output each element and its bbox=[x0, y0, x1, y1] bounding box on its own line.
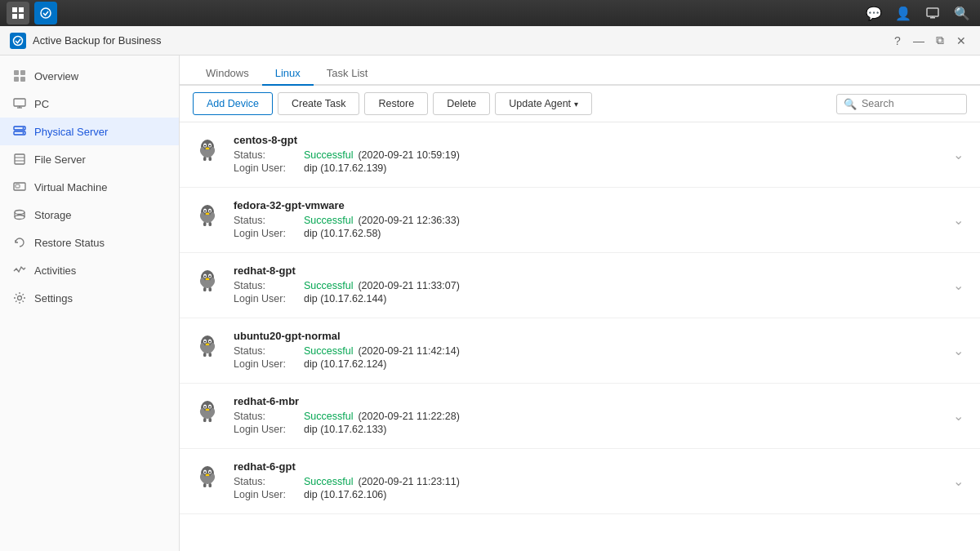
svg-rect-20 bbox=[15, 154, 24, 164]
app-icon bbox=[10, 33, 26, 49]
svg-point-89 bbox=[209, 472, 211, 473]
taskbar-app-icon[interactable] bbox=[34, 2, 57, 24]
main-layout: Overview PC bbox=[0, 56, 980, 551]
svg-rect-37 bbox=[203, 157, 207, 161]
sidebar-vm-label: Virtual Machine bbox=[34, 181, 107, 193]
svg-point-8 bbox=[14, 36, 23, 45]
tab-windows[interactable]: Windows bbox=[193, 62, 262, 86]
restore-button[interactable]: Restore bbox=[364, 92, 428, 115]
search-input[interactable] bbox=[862, 98, 960, 109]
sidebar-pc-label: PC bbox=[34, 98, 49, 110]
svg-point-4 bbox=[41, 8, 51, 18]
chevron-down-icon: ▾ bbox=[574, 100, 578, 109]
taskbar-grid-icon[interactable] bbox=[7, 2, 29, 24]
linux-icon-4 bbox=[193, 397, 222, 426]
device-name-3: ubuntu20-gpt-normal bbox=[234, 330, 938, 342]
device-name-0: centos-8-gpt bbox=[234, 134, 938, 146]
sidebar-file-server-label: File Server bbox=[34, 153, 86, 166]
svg-rect-6 bbox=[930, 17, 935, 19]
svg-rect-9 bbox=[14, 70, 19, 75]
update-agent-button[interactable]: Update Agent ▾ bbox=[495, 92, 592, 115]
svg-rect-49 bbox=[209, 222, 212, 226]
vm-icon bbox=[13, 180, 26, 193]
sidebar-item-pc[interactable]: PC bbox=[0, 90, 179, 118]
svg-point-19 bbox=[23, 132, 24, 134]
sidebar-item-physical-server[interactable]: Physical Server bbox=[0, 118, 179, 145]
device-info-4: redhat-6-mbr Status: Successful (2020-09… bbox=[234, 395, 938, 437]
user-icon[interactable]: 👤 bbox=[892, 2, 915, 24]
sidebar-overview-label: Overview bbox=[34, 70, 78, 82]
tab-linux[interactable]: Linux bbox=[262, 62, 314, 86]
svg-point-88 bbox=[204, 472, 206, 473]
delete-button[interactable]: Delete bbox=[433, 92, 490, 115]
svg-rect-92 bbox=[203, 483, 207, 487]
svg-rect-5 bbox=[927, 8, 938, 16]
svg-point-29 bbox=[18, 296, 22, 300]
svg-rect-59 bbox=[203, 287, 207, 291]
sidebar-item-settings[interactable]: Settings bbox=[0, 284, 179, 312]
svg-rect-1 bbox=[19, 7, 24, 12]
linux-icon-3 bbox=[193, 331, 222, 361]
title-bar: Active Backup for Business ? — ⧉ ✕ bbox=[0, 26, 980, 56]
minimize-button[interactable]: — bbox=[910, 32, 928, 50]
svg-point-45 bbox=[209, 211, 211, 212]
device-item-2[interactable]: redhat-8-gpt Status: Successful (2020-09… bbox=[180, 253, 980, 318]
add-device-button[interactable]: Add Device bbox=[193, 92, 273, 115]
svg-point-77 bbox=[204, 407, 206, 408]
device-item[interactable]: centos-8-gpt Status: Successful (2020-09… bbox=[180, 122, 980, 188]
sidebar-item-activities[interactable]: Activities bbox=[0, 256, 179, 284]
server-icon bbox=[13, 125, 26, 138]
activities-icon bbox=[13, 264, 26, 277]
sidebar-restore-label: Restore Status bbox=[34, 237, 105, 249]
tab-task-list[interactable]: Task List bbox=[314, 62, 381, 86]
expand-chevron-3[interactable]: ⌄ bbox=[950, 340, 967, 362]
sidebar-item-overview[interactable]: Overview bbox=[0, 62, 179, 90]
storage-icon bbox=[13, 208, 26, 221]
help-button[interactable]: ? bbox=[889, 32, 906, 50]
screen-icon[interactable] bbox=[921, 2, 944, 24]
status-value-0: Successful bbox=[304, 149, 353, 161]
search-icon: 🔍 bbox=[844, 98, 857, 110]
device-status-row-0: Status: Successful (2020-09-21 10:59:19) bbox=[234, 149, 938, 161]
svg-rect-81 bbox=[203, 418, 207, 422]
svg-rect-11 bbox=[14, 77, 19, 82]
sidebar-storage-label: Storage bbox=[34, 209, 72, 221]
sidebar-item-file-server[interactable]: File Server bbox=[0, 145, 179, 173]
device-info-1: fedora-32-gpt-vmware Status: Successful … bbox=[234, 199, 938, 241]
svg-rect-93 bbox=[209, 483, 212, 487]
create-task-button[interactable]: Create Task bbox=[278, 92, 359, 115]
device-item-3[interactable]: ubuntu20-gpt-normal Status: Successful (… bbox=[180, 318, 980, 384]
svg-point-55 bbox=[204, 276, 206, 278]
device-item-4[interactable]: redhat-6-mbr Status: Successful (2020-09… bbox=[180, 384, 980, 449]
login-label-0: Login User: bbox=[234, 162, 299, 174]
svg-rect-70 bbox=[203, 353, 207, 357]
svg-rect-48 bbox=[203, 222, 207, 226]
expand-chevron-5[interactable]: ⌄ bbox=[950, 470, 967, 492]
sidebar-item-virtual-machine[interactable]: Virtual Machine bbox=[0, 173, 179, 201]
sidebar-item-restore-status[interactable]: Restore Status bbox=[0, 229, 179, 256]
close-button[interactable]: ✕ bbox=[952, 32, 970, 50]
search-box[interactable]: 🔍 bbox=[836, 94, 967, 114]
device-item-5[interactable]: redhat-6-gpt Status: Successful (2020-09… bbox=[180, 449, 980, 514]
title-bar-left: Active Backup for Business bbox=[10, 33, 162, 49]
svg-rect-10 bbox=[20, 70, 25, 75]
os-topbar: 💬 👤 🔍 bbox=[0, 0, 980, 26]
restore-button[interactable]: ⧉ bbox=[931, 32, 949, 50]
device-item-1[interactable]: fedora-32-gpt-vmware Status: Successful … bbox=[180, 188, 980, 253]
status-label-0: Status: bbox=[234, 149, 299, 161]
os-bar-right: 💬 👤 🔍 bbox=[862, 2, 973, 24]
device-name-2: redhat-8-gpt bbox=[234, 264, 938, 277]
expand-chevron-1[interactable]: ⌄ bbox=[950, 209, 967, 231]
expand-chevron-4[interactable]: ⌄ bbox=[950, 405, 967, 427]
expand-chevron-0[interactable]: ⌄ bbox=[950, 144, 967, 166]
sidebar-item-storage[interactable]: Storage bbox=[0, 201, 179, 229]
svg-point-67 bbox=[209, 341, 211, 343]
chat-icon[interactable]: 💬 bbox=[862, 2, 885, 24]
expand-chevron-2[interactable]: ⌄ bbox=[950, 274, 967, 296]
device-name-5: redhat-6-gpt bbox=[234, 460, 938, 473]
svg-point-18 bbox=[23, 127, 24, 129]
search-magnifier-icon[interactable]: 🔍 bbox=[951, 2, 973, 24]
sidebar: Overview PC bbox=[0, 56, 180, 551]
svg-rect-60 bbox=[209, 287, 212, 291]
file-server-icon bbox=[13, 153, 26, 166]
